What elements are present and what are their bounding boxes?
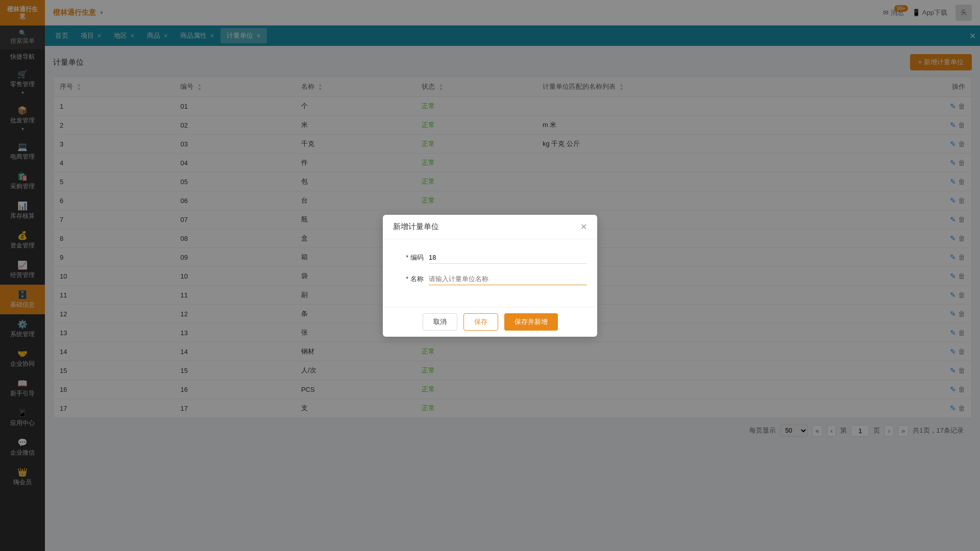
modal-footer: 取消 保存 保存并新增 bbox=[383, 307, 597, 337]
name-field-row: * 名称 bbox=[393, 273, 587, 285]
modal-overlay[interactable]: 新增计量单位 ✕ * 编码 * 名称 取消 保存 保存并新增 bbox=[0, 0, 980, 551]
code-input[interactable] bbox=[429, 252, 587, 264]
code-field-row: * 编码 bbox=[393, 252, 587, 264]
modal-close-btn[interactable]: ✕ bbox=[580, 222, 587, 232]
name-input[interactable] bbox=[429, 273, 587, 285]
modal-body: * 编码 * 名称 bbox=[383, 239, 597, 307]
cancel-button[interactable]: 取消 bbox=[423, 313, 457, 331]
add-unit-modal: 新增计量单位 ✕ * 编码 * 名称 取消 保存 保存并新增 bbox=[383, 215, 597, 337]
code-label: * 编码 bbox=[393, 253, 424, 262]
modal-header: 新增计量单位 ✕ bbox=[383, 215, 597, 239]
save-and-new-button[interactable]: 保存并新增 bbox=[504, 313, 558, 331]
save-button[interactable]: 保存 bbox=[463, 313, 498, 331]
modal-title: 新增计量单位 bbox=[393, 222, 439, 232]
name-label: * 名称 bbox=[393, 274, 424, 284]
